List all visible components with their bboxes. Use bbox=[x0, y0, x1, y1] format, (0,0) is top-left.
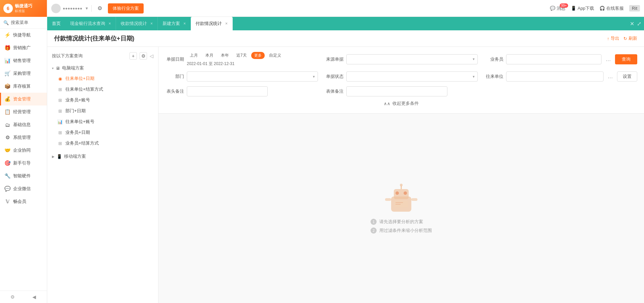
scheme-group-mobile-title[interactable]: ▶ 📱 移动端方案 bbox=[47, 151, 158, 161]
scheme-item-dept-date[interactable]: ⊞ 部门+日期 bbox=[47, 105, 158, 116]
sidebar-item-enterprise[interactable]: 🤝 企业协同 bbox=[0, 144, 47, 157]
empty-robot-icon bbox=[384, 183, 418, 213]
export-label: 导出 bbox=[611, 35, 619, 41]
filter-area: 单据日期 上月 本月 本年 近7天 更多 自定义 20 bbox=[158, 47, 644, 114]
counterpart-input[interactable] bbox=[506, 71, 604, 82]
sidebar-item-marketing[interactable]: 🎁 营销推广 bbox=[0, 41, 47, 54]
counterpart-ellipsis[interactable]: … bbox=[606, 73, 614, 80]
filter-date-options: 上月 本月 本年 近7天 更多 自定义 bbox=[187, 52, 284, 59]
scheme-settings-btn[interactable]: ⚙ bbox=[140, 52, 147, 60]
sidebar-footer-collapse[interactable]: ◀ bbox=[25, 294, 44, 300]
date-option-last-month[interactable]: 上月 bbox=[187, 52, 201, 59]
filter-salesman-field: 业务员 … 查询 bbox=[485, 54, 637, 64]
scheme-item-salesman-account[interactable]: ⊞ 业务员+账号 bbox=[47, 95, 158, 105]
tab-new-scheme[interactable]: 新建方案 × bbox=[158, 17, 191, 30]
date-option-this-year[interactable]: 本年 bbox=[218, 52, 232, 59]
scheme-item-counterpart-account[interactable]: 📊 往来单位+账号 bbox=[47, 116, 158, 127]
page-body: 按以下方案查询 + ⚙ ◁ ▾ 🖥 bbox=[47, 47, 644, 303]
dept-select[interactable]: ▾ bbox=[187, 71, 318, 82]
online-service-label: 在线客服 bbox=[606, 5, 624, 11]
scheme-item-label: 业务员+日期 bbox=[65, 129, 90, 135]
sidebar-item-hardware[interactable]: 🔧 智能硬件 bbox=[0, 170, 47, 182]
scheme-item-salesman-date[interactable]: ⊞ 业务员+日期 bbox=[47, 127, 158, 138]
sidebar-footer-settings[interactable]: ⚙ bbox=[3, 294, 22, 300]
notification-btn[interactable]: 💬 消息 99+ bbox=[550, 5, 565, 11]
sidebar-item-system[interactable]: ⚙ 系统管理 bbox=[0, 131, 47, 144]
tab-close-icon[interactable]: × bbox=[150, 22, 153, 26]
quick-nav-icon: ⚡ bbox=[4, 32, 10, 38]
sidebar-item-purchase[interactable]: 🛒 采购管理 bbox=[0, 67, 47, 80]
header-note-label: 表头备注 bbox=[165, 88, 184, 94]
refresh-btn[interactable]: ↻ 刷新 bbox=[623, 35, 637, 41]
source-doc-select[interactable]: ▾ bbox=[346, 54, 477, 64]
tab-close-icon[interactable]: × bbox=[225, 22, 228, 26]
scheme-item-salesman-settle[interactable]: ⊞ 业务员+结算方式 bbox=[47, 138, 158, 149]
settings-icon: ⚙ bbox=[141, 53, 146, 59]
sidebar-item-inventory[interactable]: 📦 库存核算 bbox=[0, 80, 47, 93]
tab-close-all-btn[interactable]: ✕ bbox=[630, 21, 634, 27]
tip-num-2: 2 bbox=[371, 228, 377, 234]
refresh-label: 刷新 bbox=[628, 35, 637, 41]
topbar-dropdown-icon[interactable]: ▾ bbox=[86, 6, 88, 11]
sidebar-search[interactable]: 🔍 搜索菜单 bbox=[0, 17, 47, 29]
phone-icon: 📱 bbox=[571, 6, 576, 11]
filter-source-doc-field: 来源单据 ▾ bbox=[325, 54, 477, 64]
operation-icon: 📋 bbox=[4, 109, 10, 115]
sidebar-item-label: 经营管理 bbox=[13, 109, 31, 115]
marketing-icon: 🎁 bbox=[4, 45, 10, 51]
tab-collection-stats[interactable]: 收款情况统计 × bbox=[116, 17, 158, 30]
body-note-label: 表体备注 bbox=[325, 88, 344, 94]
filter-body-note-field: 表体备注 bbox=[325, 86, 477, 96]
date-option-7days[interactable]: 近7天 bbox=[233, 52, 250, 59]
app-download-btn[interactable]: 📱 App下载 bbox=[571, 5, 594, 11]
sidebar-item-finance[interactable]: 💰 资金管理 bbox=[0, 93, 47, 105]
topbar-settings-btn[interactable]: ⚙ bbox=[95, 4, 105, 13]
sidebar-item-guide[interactable]: 🎯 新手引导 bbox=[0, 157, 47, 170]
sidebar-item-operation[interactable]: 📋 经营管理 bbox=[0, 105, 47, 118]
scheme-item-counterpart-date[interactable]: ◉ 往来单位+日期 bbox=[47, 73, 158, 84]
online-service-btn[interactable]: 🎧 在线客服 bbox=[599, 5, 624, 11]
body-note-input[interactable] bbox=[346, 86, 447, 96]
salesman-input[interactable] bbox=[506, 54, 602, 64]
settings-btn[interactable]: 设置 bbox=[617, 71, 637, 82]
sidebar-item-quick-nav[interactable]: ⚡ 快捷导航 bbox=[0, 29, 47, 41]
logo-badge: 标准版 bbox=[15, 9, 32, 13]
date-option-custom[interactable]: 自定义 bbox=[266, 52, 284, 59]
query-btn[interactable]: 查询 bbox=[615, 54, 637, 64]
export-btn[interactable]: ↑ 导出 bbox=[607, 35, 620, 41]
collapse-up-icon: ∧∧ bbox=[384, 101, 390, 106]
guide-icon: 🎯 bbox=[4, 160, 10, 166]
add-scheme-btn[interactable]: + bbox=[129, 52, 137, 60]
empty-state-area: 1 请先选择要分析的方案 2 用过滤条件来缩小分析范围 bbox=[158, 114, 644, 303]
tab-close-icon[interactable]: × bbox=[183, 22, 186, 26]
collapse-icon: ◀ bbox=[32, 294, 36, 300]
tab-close-icon[interactable]: × bbox=[109, 22, 111, 26]
sidebar-item-sales[interactable]: 📊 销售管理 bbox=[0, 54, 47, 67]
tip-text-1: 请先选择要分析的方案 bbox=[379, 219, 423, 225]
filter-doc-status-field: 单据状态 ▾ bbox=[325, 71, 477, 82]
scheme-item-counterpart-settle[interactable]: ⊞ 往来单位+结算方式 bbox=[47, 84, 158, 95]
scheme-group-desktop-title[interactable]: ▾ 🖥 电脑端方案 bbox=[47, 63, 158, 73]
filter-row-1: 单据日期 上月 本月 本年 近7天 更多 自定义 20 bbox=[165, 52, 637, 67]
tab-maximize-btn[interactable]: ⤢ bbox=[637, 21, 641, 27]
sidebar-item-label: 采购管理 bbox=[13, 70, 31, 77]
salesman-ellipsis[interactable]: … bbox=[604, 56, 612, 62]
collapse-more-btn[interactable]: ∧∧ 收起更多条件 bbox=[165, 98, 637, 109]
date-option-this-month[interactable]: 本月 bbox=[202, 52, 216, 59]
sidebar-item-basic[interactable]: 🗂 基础信息 bbox=[0, 118, 47, 131]
sidebar-item-member[interactable]: 𝕍 畅会员 bbox=[0, 195, 47, 208]
header-note-input[interactable] bbox=[187, 86, 268, 96]
panel-collapse-btn[interactable]: ◁ bbox=[150, 53, 153, 59]
doc-status-select[interactable]: ▾ bbox=[346, 71, 477, 82]
topbar-username[interactable]: Rit bbox=[629, 5, 640, 11]
tab-home[interactable]: 首页 bbox=[47, 17, 65, 30]
date-option-more[interactable]: 更多 bbox=[251, 52, 265, 59]
tab-bank-flow[interactable]: 现金银行流水查询 × bbox=[65, 17, 116, 30]
trial-btn[interactable]: 体验行业方案 bbox=[108, 3, 144, 13]
scheme-item-icon-4: 📊 bbox=[57, 119, 63, 124]
query-panel: 按以下方案查询 + ⚙ ◁ ▾ 🖥 bbox=[47, 47, 158, 303]
member-icon: 𝕍 bbox=[4, 199, 10, 205]
sidebar-item-wechat[interactable]: 💬 企业微信 bbox=[0, 182, 47, 195]
tab-payment-stats[interactable]: 付款情况统计 × bbox=[191, 17, 233, 30]
mobile-group-icon: 📱 bbox=[57, 154, 62, 159]
